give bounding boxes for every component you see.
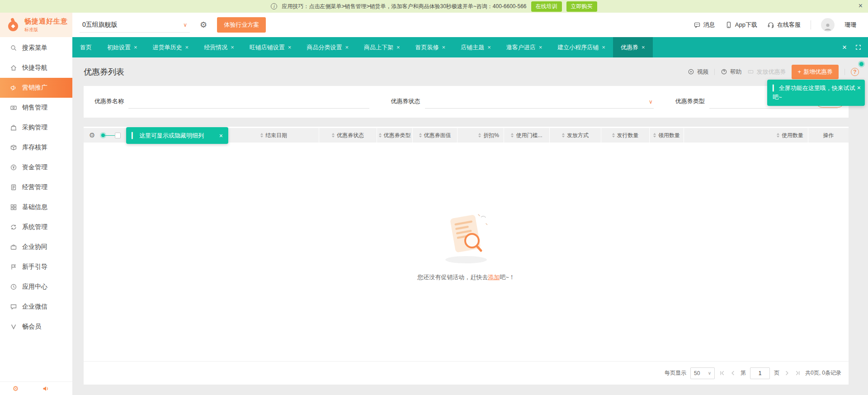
- messages-menu[interactable]: 消息: [693, 21, 715, 29]
- announcement-horn-icon[interactable]: [42, 385, 49, 392]
- org-select[interactable]: 0五组旗舰版 ∨: [80, 17, 190, 33]
- close-icon[interactable]: ×: [288, 44, 292, 51]
- sidebar-item-marketing[interactable]: 营销推广: [0, 78, 72, 98]
- buy-now-button[interactable]: 立即购买: [566, 1, 597, 12]
- close-icon[interactable]: ×: [442, 44, 446, 51]
- tab-shop-settings[interactable]: 旺铺店铺设置×: [242, 37, 299, 57]
- sort-icon[interactable]: [379, 133, 382, 138]
- tab-business-status[interactable]: 经营情况×: [196, 37, 242, 57]
- col-usage-count[interactable]: 使用数量: [684, 128, 808, 143]
- close-icon[interactable]: ×: [602, 44, 605, 51]
- sort-icon[interactable]: [332, 133, 335, 138]
- tooltip-close-icon[interactable]: ×: [219, 132, 223, 139]
- grant-coupon-button[interactable]: 发放优惠券: [747, 68, 786, 76]
- close-icon[interactable]: ×: [231, 44, 234, 51]
- close-icon[interactable]: ×: [134, 44, 137, 51]
- col-issue-count[interactable]: 发行数量: [601, 128, 649, 143]
- tab-shop-theme[interactable]: 店铺主题×: [453, 37, 499, 57]
- col-coupon-type[interactable]: 优惠券类型: [377, 128, 412, 143]
- tab-home-decoration[interactable]: 首页装修×: [408, 37, 453, 57]
- username[interactable]: 珊珊: [844, 21, 856, 29]
- sidebar-item-member[interactable]: 畅会员: [0, 317, 72, 337]
- tooltip-close-icon[interactable]: ×: [857, 83, 861, 93]
- sidebar-item-quick-nav[interactable]: 快捷导航: [0, 58, 72, 78]
- next-page-button[interactable]: [783, 370, 790, 376]
- sidebar-item-search-menu[interactable]: 搜索菜单: [0, 38, 72, 58]
- add-promo-link[interactable]: 添加: [488, 274, 500, 281]
- tab-coupon[interactable]: 优惠券×: [613, 37, 653, 57]
- tab-home[interactable]: 首页: [72, 37, 99, 57]
- sync-icon: [10, 224, 17, 231]
- avatar[interactable]: [821, 18, 835, 32]
- app-download-menu[interactable]: App下载: [725, 21, 757, 29]
- notice-close-icon[interactable]: ×: [859, 2, 863, 10]
- tab-category-settings[interactable]: 商品分类设置×: [299, 37, 356, 57]
- settings-gear-icon[interactable]: ⚙: [13, 385, 19, 393]
- sidebar-item-beginner-guide[interactable]: 新手引导: [0, 257, 72, 277]
- last-page-button[interactable]: [794, 370, 801, 376]
- col-usage-threshold[interactable]: 使用门槛...: [504, 128, 549, 143]
- coupon-name-input[interactable]: [128, 95, 369, 109]
- video-button[interactable]: 视频: [688, 68, 708, 76]
- close-icon[interactable]: ×: [539, 44, 542, 51]
- document-icon: [10, 184, 17, 191]
- sidebar-item-inventory[interactable]: 库存核算: [0, 138, 72, 157]
- sort-icon[interactable]: [777, 133, 779, 138]
- sidebar-item-collaboration[interactable]: 企业协同: [0, 237, 72, 257]
- sort-icon[interactable]: [419, 133, 422, 138]
- sidebar-item-basic-info[interactable]: 基础信息: [0, 197, 72, 217]
- sort-icon[interactable]: [653, 133, 656, 138]
- sort-icon[interactable]: [612, 133, 615, 138]
- page-number-input[interactable]: [750, 367, 770, 379]
- first-page-button[interactable]: [719, 370, 726, 376]
- col-claim-count[interactable]: 领用数量: [649, 128, 684, 143]
- sidebar-item-app-center[interactable]: 应用中心: [0, 277, 72, 297]
- close-icon[interactable]: ×: [642, 44, 645, 51]
- help-button[interactable]: 帮助: [721, 68, 741, 76]
- tab-invite-customers[interactable]: 邀客户进店×: [499, 37, 550, 57]
- col-distribution-method[interactable]: 发放方式: [549, 128, 601, 143]
- fullscreen-icon[interactable]: [855, 44, 862, 51]
- close-all-tabs-icon[interactable]: ×: [842, 43, 847, 52]
- tab-product-listing[interactable]: 商品上下架×: [356, 37, 408, 57]
- coin-icon: [10, 164, 17, 171]
- tab-initial-setup[interactable]: 初始设置×: [99, 37, 145, 57]
- chat-icon: [10, 303, 17, 310]
- per-page-select[interactable]: 50 ∨: [690, 367, 715, 379]
- close-icon[interactable]: ×: [396, 44, 400, 51]
- col-coupon-value[interactable]: 优惠券面值: [412, 128, 457, 143]
- prev-page-button[interactable]: [730, 370, 736, 376]
- close-icon[interactable]: ×: [185, 44, 189, 51]
- plus-icon: +: [797, 68, 801, 75]
- add-coupon-button[interactable]: + 新增优惠券: [792, 65, 839, 79]
- tip-connector-line: [105, 135, 115, 136]
- close-icon[interactable]: ×: [487, 44, 491, 51]
- coupon-status-select[interactable]: ∨: [425, 95, 654, 109]
- close-icon[interactable]: ×: [345, 44, 349, 51]
- page-help-icon[interactable]: ?: [851, 68, 859, 76]
- sidebar-item-procurement[interactable]: 采购管理: [0, 118, 72, 138]
- header-gear-icon[interactable]: ⚙: [200, 20, 207, 30]
- sidebar-item-funds[interactable]: 资金管理: [0, 157, 72, 177]
- tab-mini-program-shop[interactable]: 建立小程序店铺×: [550, 37, 613, 57]
- sidebar-item-system[interactable]: 系统管理: [0, 217, 72, 237]
- online-support-menu[interactable]: 在线客服: [767, 21, 801, 29]
- sidebar-item-sales[interactable]: 销售管理: [0, 98, 72, 118]
- sort-icon[interactable]: [562, 133, 565, 138]
- sidebar-item-wechat[interactable]: 企业微信: [0, 297, 72, 317]
- sort-icon[interactable]: [511, 133, 514, 138]
- toolbar-divider: [714, 69, 715, 75]
- sort-icon[interactable]: [478, 133, 481, 138]
- select-all-checkbox[interactable]: [115, 133, 121, 138]
- col-coupon-status[interactable]: 优惠券状态: [319, 128, 377, 143]
- col-end-date[interactable]: 结束日期: [228, 128, 319, 143]
- column-config-gear-icon[interactable]: ⚙: [89, 131, 95, 139]
- col-discount[interactable]: 折扣%: [457, 128, 504, 143]
- online-training-button[interactable]: 在线培训: [531, 1, 562, 12]
- main-content: 优惠券列表 视频 帮助 发放优惠券 + 新增优惠券: [72, 57, 868, 395]
- coupon-status-value[interactable]: [425, 95, 654, 109]
- sidebar-item-operations[interactable]: 经营管理: [0, 177, 72, 197]
- sort-icon[interactable]: [260, 133, 263, 138]
- tab-purchase-history[interactable]: 进货单历史×: [145, 37, 197, 57]
- trial-industry-plan-button[interactable]: 体验行业方案: [217, 17, 266, 33]
